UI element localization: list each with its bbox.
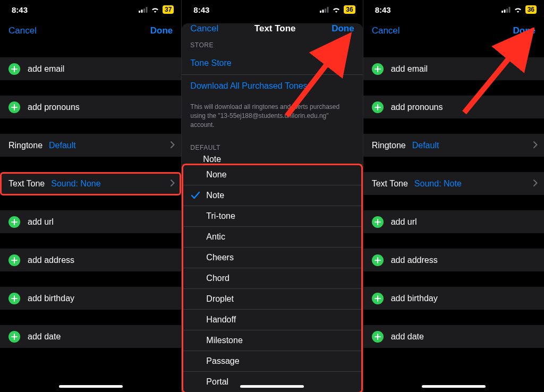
plus-icon bbox=[8, 293, 20, 304]
chevron-right-icon bbox=[533, 179, 538, 189]
row-label: add pronouns bbox=[28, 103, 80, 112]
tone-item[interactable]: Milestone bbox=[183, 330, 361, 351]
cellular-icon bbox=[139, 7, 148, 13]
tone-item[interactable]: Antic bbox=[183, 227, 361, 248]
svg-rect-10 bbox=[506, 8, 508, 13]
tone-item[interactable]: Cheers bbox=[183, 248, 361, 268]
text-tone-row[interactable]: Text Tone Sound: None bbox=[0, 172, 181, 195]
row-label: add pronouns bbox=[391, 103, 443, 112]
tone-name: Handoff bbox=[206, 315, 236, 325]
tone-item-default[interactable]: Note bbox=[182, 155, 362, 165]
row-label: Text Tone bbox=[372, 179, 408, 189]
wifi-icon bbox=[514, 7, 522, 13]
add-address-row[interactable]: add address bbox=[363, 249, 544, 272]
row-label: Ringtone bbox=[8, 141, 42, 150]
row-label: add email bbox=[28, 64, 64, 74]
screenshot-center: 8:43 36 Cancel Text Tone Done STORE Tone… bbox=[181, 0, 362, 392]
plus-icon bbox=[372, 216, 384, 228]
text-tone-sheet: Cancel Text Tone Done STORE Tone Store D… bbox=[182, 23, 362, 392]
add-email-row[interactable]: add email bbox=[363, 57, 544, 81]
status-bar: 8:43 36 bbox=[363, 0, 544, 19]
tone-item[interactable]: Droplet bbox=[183, 289, 361, 310]
tone-list-highlight: NoneNoteTri-toneAnticCheersChordDropletH… bbox=[183, 165, 361, 392]
svg-rect-8 bbox=[502, 11, 503, 13]
add-birthday-row[interactable]: add birthday bbox=[363, 287, 544, 310]
add-url-row[interactable]: add url bbox=[363, 210, 544, 234]
row-label: add address bbox=[391, 255, 438, 265]
download-hint: This will download all ringtones and ale… bbox=[182, 97, 362, 137]
tone-name: Milestone bbox=[206, 336, 242, 345]
row-label: add date bbox=[391, 332, 424, 342]
tone-item[interactable]: None bbox=[183, 165, 361, 185]
wifi-icon bbox=[332, 7, 341, 13]
row-label: add birthday bbox=[391, 294, 438, 303]
add-pronouns-row[interactable]: add pronouns bbox=[0, 96, 181, 119]
svg-rect-9 bbox=[504, 10, 505, 13]
screenshot-right: 8:43 36 Cancel Done add email add pronou… bbox=[363, 0, 544, 392]
cancel-button[interactable]: Cancel bbox=[372, 25, 400, 36]
add-address-row[interactable]: add address bbox=[0, 249, 181, 272]
add-birthday-row[interactable]: add birthday bbox=[0, 287, 181, 310]
cellular-icon bbox=[502, 7, 511, 13]
tone-name: Portal bbox=[206, 377, 228, 387]
svg-rect-3 bbox=[146, 7, 147, 13]
tone-item[interactable]: Note bbox=[183, 185, 361, 206]
battery-indicator: 36 bbox=[344, 5, 355, 14]
cellular-icon bbox=[320, 7, 329, 13]
tone-name: Note bbox=[206, 191, 224, 200]
nav-bar: Cancel Done bbox=[0, 19, 181, 42]
cancel-button[interactable]: Cancel bbox=[8, 25, 37, 36]
add-date-row[interactable]: add date bbox=[0, 325, 181, 348]
tone-name: Chord bbox=[206, 274, 230, 283]
status-time: 8:43 bbox=[12, 5, 28, 14]
tone-item[interactable]: Passage bbox=[183, 351, 361, 372]
plus-icon bbox=[8, 101, 20, 113]
svg-rect-4 bbox=[320, 11, 321, 13]
done-button[interactable]: Done bbox=[150, 25, 173, 36]
status-time: 8:43 bbox=[375, 5, 391, 14]
plus-icon bbox=[372, 63, 384, 75]
svg-rect-1 bbox=[141, 10, 142, 13]
done-button[interactable]: Done bbox=[513, 25, 536, 36]
nav-bar: Cancel Done bbox=[363, 19, 544, 42]
tone-name: Tri-tone bbox=[206, 211, 235, 221]
home-indicator[interactable] bbox=[422, 385, 486, 388]
wifi-icon bbox=[151, 7, 159, 13]
plus-icon bbox=[8, 331, 20, 343]
row-value: Default bbox=[49, 141, 76, 150]
tone-item[interactable]: Portal bbox=[183, 372, 361, 392]
battery-indicator: 36 bbox=[525, 5, 537, 14]
plus-icon bbox=[372, 254, 384, 266]
add-date-row[interactable]: add date bbox=[363, 325, 544, 348]
add-email-row[interactable]: add email bbox=[0, 57, 181, 81]
plus-icon bbox=[372, 293, 384, 304]
home-indicator[interactable] bbox=[59, 385, 123, 388]
svg-rect-2 bbox=[143, 8, 145, 13]
screenshot-left: 8:43 37 Cancel Done add email add pronou… bbox=[0, 0, 181, 392]
tone-item[interactable]: Tri-tone bbox=[183, 206, 361, 227]
ringtone-row[interactable]: Ringtone Default bbox=[363, 134, 544, 157]
tone-item[interactable]: Handoff bbox=[183, 310, 361, 330]
status-bar: 8:43 37 bbox=[0, 0, 181, 19]
download-all-tones-link[interactable]: Download All Purchased Tones bbox=[182, 75, 362, 97]
add-url-row[interactable]: add url bbox=[0, 210, 181, 234]
row-value: Default bbox=[412, 141, 439, 150]
ringtone-row[interactable]: Ringtone Default bbox=[0, 134, 181, 157]
tone-store-link[interactable]: Tone Store bbox=[182, 52, 362, 75]
chevron-right-icon bbox=[533, 141, 538, 150]
home-indicator[interactable] bbox=[240, 385, 304, 388]
svg-rect-0 bbox=[139, 11, 140, 13]
row-value: Sound: Note bbox=[414, 179, 462, 189]
done-button[interactable]: Done bbox=[332, 23, 354, 34]
svg-rect-5 bbox=[322, 10, 324, 13]
svg-rect-7 bbox=[327, 7, 329, 13]
add-pronouns-row[interactable]: add pronouns bbox=[363, 96, 544, 119]
tone-item[interactable]: Chord bbox=[183, 268, 361, 289]
cancel-button[interactable]: Cancel bbox=[190, 23, 218, 34]
row-label: add url bbox=[391, 217, 417, 227]
tone-name: Passage bbox=[206, 356, 239, 366]
battery-indicator: 37 bbox=[163, 5, 174, 14]
sheet-title: Text Tone bbox=[254, 23, 296, 34]
plus-icon bbox=[8, 216, 20, 228]
text-tone-row[interactable]: Text Tone Sound: Note bbox=[363, 172, 544, 195]
